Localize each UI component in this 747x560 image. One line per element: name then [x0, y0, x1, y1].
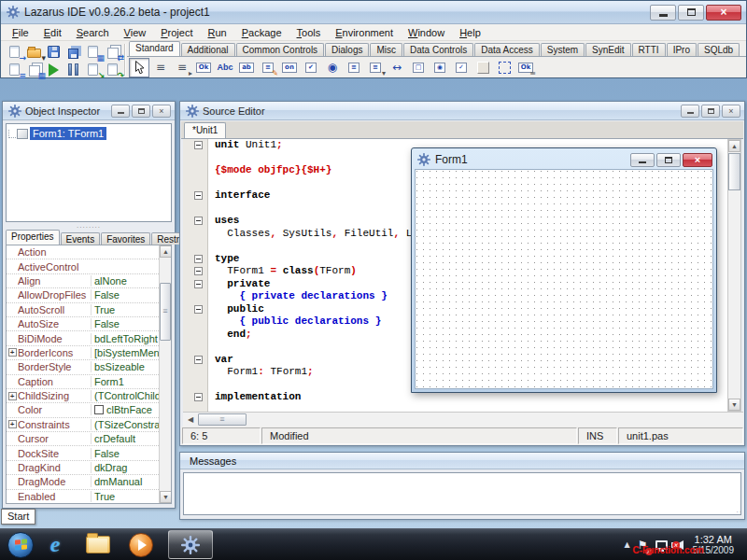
- fold-marker-icon[interactable]: [194, 141, 203, 149]
- close-button[interactable]: ×: [706, 5, 741, 21]
- palette-tab-ipro[interactable]: IPro: [667, 43, 697, 56]
- step-over-button[interactable]: ↷: [103, 61, 122, 78]
- fold-marker-icon[interactable]: [194, 280, 203, 288]
- new-unit-button[interactable]: →: [5, 43, 24, 61]
- minimize-button[interactable]: [650, 5, 676, 21]
- oi-tab-favorites[interactable]: Favorites: [101, 232, 150, 245]
- oi-close-button[interactable]: ×: [152, 105, 171, 118]
- form-design-surface[interactable]: [415, 169, 713, 389]
- menu-help[interactable]: Help: [452, 25, 488, 40]
- property-row-autoscroll[interactable]: AutoScrollTrue: [7, 303, 159, 317]
- palette-component-tscrollbar[interactable]: ↔: [387, 58, 407, 77]
- menu-project[interactable]: Project: [153, 25, 200, 40]
- menu-view[interactable]: View: [117, 25, 154, 40]
- palette-tab-sqldb[interactable]: SQLdb: [698, 43, 740, 56]
- form-maximize-button[interactable]: [656, 153, 681, 167]
- property-row-dragkind[interactable]: DragKinddkDrag: [7, 461, 159, 475]
- fold-marker-icon[interactable]: [194, 267, 203, 275]
- property-row-activecontrol[interactable]: ActiveControl: [7, 259, 159, 273]
- fold-marker-icon[interactable]: [194, 305, 203, 314]
- property-row-bidimode[interactable]: BiDiModebdLeftToRight: [7, 331, 159, 345]
- property-row-dragmode[interactable]: DragModedmManual: [7, 475, 159, 489]
- main-titlebar[interactable]: Lazarus IDE v0.9.26.2 beta - project1 ×: [1, 1, 746, 24]
- view-units-button[interactable]: ≡: [5, 61, 24, 78]
- property-row-align[interactable]: AlignalNone: [7, 274, 159, 288]
- palette-component-ttogglebox[interactable]: on: [279, 58, 300, 77]
- start-button[interactable]: [7, 532, 34, 558]
- run-button[interactable]: [44, 61, 63, 78]
- property-row-caption[interactable]: CaptionForm1: [7, 375, 159, 389]
- open-button[interactable]: ▾: [24, 43, 44, 61]
- palette-component-tradiobutton[interactable]: ◉: [322, 58, 343, 77]
- editor-hscroll-thumb[interactable]: ≡: [198, 413, 247, 426]
- media-player-taskbar-icon[interactable]: [120, 530, 162, 560]
- palette-tab-additional[interactable]: Additional: [181, 43, 235, 56]
- menu-edit[interactable]: Edit: [36, 25, 69, 40]
- property-row-allowdropfiles[interactable]: AllowDropFilesFalse: [7, 288, 159, 302]
- fold-marker-icon[interactable]: [194, 393, 203, 401]
- menu-tools[interactable]: Tools: [289, 25, 329, 40]
- file-explorer-taskbar-icon[interactable]: [77, 530, 120, 560]
- palette-component-tcombobox[interactable]: ≡▾: [365, 58, 386, 77]
- palette-component-tactionlist[interactable]: Ok≡: [515, 58, 536, 77]
- palette-component-tcheckbox[interactable]: ✔: [301, 58, 321, 77]
- editor-scroll-left[interactable]: ◀: [183, 413, 198, 427]
- menu-package[interactable]: Package: [234, 25, 289, 40]
- palette-tab-synedit[interactable]: SynEdit: [585, 43, 630, 56]
- palette-component-tradiogroup[interactable]: ◉: [430, 58, 450, 77]
- scrollbar-thumb[interactable]: [160, 283, 171, 341]
- form-close-button[interactable]: ×: [683, 153, 712, 167]
- oi-tab-properties[interactable]: Properties: [6, 230, 60, 245]
- palette-tab-data-controls[interactable]: Data Controls: [403, 43, 473, 56]
- oi-minimize-button[interactable]: [111, 105, 130, 118]
- save-all-button[interactable]: [63, 43, 83, 61]
- messages-content[interactable]: [183, 472, 741, 515]
- palette-component-tlistbox[interactable]: ≡: [344, 58, 364, 77]
- scroll-down-arrow[interactable]: ▼: [160, 491, 172, 503]
- maximize-button[interactable]: [678, 5, 704, 21]
- editor-scroll-down[interactable]: ▼: [728, 399, 740, 411]
- property-row-enabled[interactable]: EnabledTrue: [7, 490, 159, 504]
- pause-button[interactable]: [63, 61, 83, 78]
- property-row-action[interactable]: Action: [7, 245, 159, 259]
- palette-component-tgroupbox[interactable]: □: [408, 58, 429, 77]
- new-form-button[interactable]: ▦: [83, 43, 103, 61]
- property-row-docksite[interactable]: DockSiteFalse: [7, 446, 159, 460]
- palette-component-tcheckgroup[interactable]: ✓: [451, 58, 472, 77]
- property-row-cursor[interactable]: CursorcrDefault: [7, 432, 159, 446]
- toggle-form-unit-button[interactable]: ⇄: [103, 43, 122, 61]
- editor-vscroll-thumb[interactable]: [728, 153, 740, 190]
- palette-tab-system[interactable]: System: [541, 43, 585, 56]
- palette-component-tmainmenu[interactable]: ≡: [150, 58, 171, 77]
- palette-tab-misc[interactable]: Misc: [370, 43, 402, 56]
- property-row-childsizing[interactable]: +ChildSizing(TControlChildSi: [7, 389, 159, 403]
- menu-run[interactable]: Run: [201, 25, 234, 40]
- editor-scroll-up[interactable]: ▲: [728, 140, 740, 152]
- show-hidden-icons-button[interactable]: ▲: [625, 540, 630, 549]
- palette-component-tpopupmenu[interactable]: ≡▸: [172, 58, 192, 77]
- palette-tab-standard[interactable]: Standard: [129, 41, 180, 56]
- expand-icon[interactable]: +: [8, 348, 17, 357]
- palette-component-tmemo[interactable]: ≡✎: [258, 58, 278, 77]
- tab-unit1[interactable]: *Unit1: [184, 122, 226, 138]
- menu-file[interactable]: File: [5, 25, 36, 40]
- property-row-borderstyle[interactable]: BorderStylebsSizeable: [7, 360, 159, 374]
- palette-component-tedit[interactable]: ab: [236, 58, 257, 77]
- palette-tab-rtti[interactable]: RTTI: [632, 43, 666, 56]
- scroll-up-arrow[interactable]: ▲: [160, 245, 172, 258]
- palette-component-tframe[interactable]: [494, 58, 514, 77]
- clock[interactable]: 1:32 AM 5/15/2009 C-Function.com: [691, 534, 742, 556]
- fold-marker-icon[interactable]: [194, 255, 203, 263]
- expand-icon[interactable]: +: [8, 392, 17, 400]
- object-tree[interactable]: Form1: TForm1: [6, 123, 172, 222]
- palette-component-tbutton[interactable]: Ok: [193, 58, 214, 77]
- property-grid-scrollbar[interactable]: ▲ ▼: [159, 245, 171, 503]
- property-row-bordericons[interactable]: +BorderIcons[biSystemMenu,: [7, 346, 159, 360]
- editor-horizontal-scrollbar[interactable]: ◀ ≡: [183, 412, 743, 427]
- internet-explorer-taskbar-icon[interactable]: e: [34, 530, 77, 560]
- select-tool-button[interactable]: [129, 58, 149, 77]
- property-row-autosize[interactable]: AutoSizeFalse: [7, 317, 159, 331]
- resize-grip[interactable]: .::: [733, 509, 742, 517]
- fold-marker-icon[interactable]: [194, 191, 203, 200]
- property-row-constraints[interactable]: +Constraints(TSizeConstraint: [7, 418, 159, 432]
